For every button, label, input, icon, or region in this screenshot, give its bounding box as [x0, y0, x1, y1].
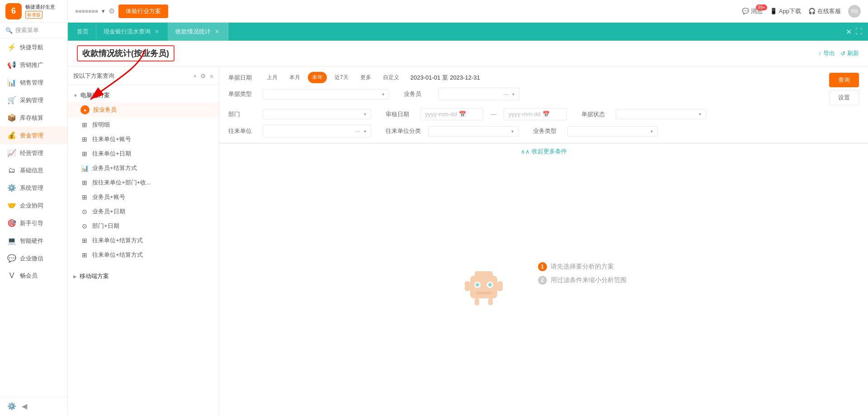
salesperson-settlement-icon: 📊 [80, 165, 89, 172]
desktop-scheme-header[interactable]: ▼ 电脑端方案 [68, 89, 219, 102]
scheme-item-salesperson-date[interactable]: ⊙ 业务员+日期 [68, 204, 219, 219]
counterpart-cat-arrow: ▾ [511, 129, 514, 134]
counterpart-date-icon: ⊞ [80, 150, 89, 157]
calendar-from-icon[interactable]: 📅 [459, 111, 466, 118]
salesperson-select[interactable]: ··· ▾ [438, 88, 519, 100]
online-service-link[interactable]: 🎧 在线客服 [808, 7, 841, 15]
maximize-window-icon[interactable]: ⛶ [855, 28, 863, 36]
sidebar-item-marketing[interactable]: 📢 营销推广 [0, 56, 67, 74]
scheme-item-counterpart-settlement2[interactable]: ⊞ 往来单位+结算方式 [68, 248, 219, 262]
sidebar-item-collab[interactable]: 🤝 企业协同 [0, 197, 67, 214]
scheme-item-dept-date[interactable]: ⊙ 部门+日期 [68, 219, 219, 233]
biz-type-select[interactable]: ▾ [567, 126, 658, 137]
service-icon: 🎧 [808, 8, 816, 14]
review-date-to[interactable]: yyyy-mm-dd 📅 [504, 108, 567, 120]
scheme-item-salesperson-settlement[interactable]: 📊 业务员+结算方式 [68, 161, 219, 175]
content-wrapper: 按以下方案查询 + ⚙ « ▼ 电脑端方案 ● 按业务员 [68, 66, 868, 415]
tab-close-bank-flow[interactable]: ✕ [153, 28, 160, 35]
tab-close-collection-stats[interactable]: ✕ [213, 28, 221, 35]
breadcrumb-dropdown[interactable]: ▾ [102, 8, 105, 14]
message-btn[interactable]: 💬 消息 99+ [742, 7, 763, 15]
scheme-item-counterpart-date[interactable]: ⊞ 往来单位+日期 [68, 146, 219, 161]
svg-point-5 [476, 283, 479, 287]
topbar-gear-icon[interactable]: ⚙ [108, 7, 115, 15]
salesperson-arrow: ▾ [512, 92, 514, 97]
search-menu[interactable]: 🔍 搜索菜单 [0, 23, 67, 38]
sidebar-item-basic[interactable]: 🗂 基础信息 [0, 162, 67, 179]
export-btn[interactable]: ↑ 导出 [819, 49, 835, 57]
settings-bottom-icon[interactable]: ⚙️ [7, 402, 16, 410]
sidebar-item-sales[interactable]: 📊 销售管理 [0, 74, 67, 91]
scheme-item-counterpart-settlement1[interactable]: ⊞ 往来单位+结算方式 [68, 233, 219, 248]
counterpart-more-icon[interactable]: ··· [355, 127, 360, 135]
topbar-left: ■■■■■■■ ▾ ⚙ 体验行业方案 [75, 5, 735, 18]
collapse-panel-icon[interactable]: « [210, 72, 213, 80]
sidebar-item-operations[interactable]: 📈 经营管理 [0, 144, 67, 162]
filter-collapse-btn[interactable]: ∧∧ 收起更多条件 [219, 143, 868, 159]
sidebar-item-finance[interactable]: 💰 资金管理 [0, 127, 67, 144]
filter-row-counterpart: 往来单位 ··· ▾ 往来单位分类 ▾ 业务类型 [228, 125, 859, 137]
doc-type-select[interactable]: ▾ [263, 89, 389, 99]
scheme-item-salesperson-account[interactable]: ⊞ 业务员+账号 [68, 190, 219, 204]
empty-robot-icon [461, 262, 511, 312]
desktop-scheme-section: ▼ 电脑端方案 ● 按业务员 ⊞ 按明细 ⊞ 往来单位+账号 [68, 85, 219, 266]
sidebar-item-system[interactable]: ⚙️ 系统管理 [0, 179, 67, 197]
desktop-scheme-label: 电脑端方案 [80, 91, 110, 99]
mobile-arrow-icon: ▶ [73, 274, 77, 279]
settings-button[interactable]: 设置 [829, 90, 859, 105]
topbar: ■■■■■■■ ▾ ⚙ 体验行业方案 💬 消息 99+ 📱 App下载 🎧 在线… [68, 0, 868, 23]
review-date-from[interactable]: yyyy-mm-dd 📅 [420, 108, 483, 120]
doctype-label: 单据类型 [228, 90, 255, 98]
user-avatar[interactable]: Rit [848, 5, 861, 18]
close-window-icon[interactable]: ✕ [846, 28, 852, 36]
sidebar-item-quicknav[interactable]: ⚡ 快捷导航 [0, 38, 67, 56]
sidebar-item-vip[interactable]: V 畅会员 [0, 267, 67, 284]
add-scheme-icon[interactable]: + [193, 72, 197, 80]
sidebar-item-wechat[interactable]: 💬 企业微信 [0, 250, 67, 267]
inventory-icon: 📦 [7, 113, 16, 122]
empty-hint-item-1: 1 请先选择要分析的方案 [538, 262, 627, 271]
scheme-settings-icon[interactable]: ⚙ [200, 72, 206, 80]
date-btn-custom[interactable]: 自定义 [379, 72, 403, 83]
tab-home[interactable]: 首页 [70, 23, 96, 41]
empty-hint-item-2: 2 用过滤条件来缩小分析范围 [538, 276, 627, 285]
by-detail-icon: ⊞ [80, 121, 89, 128]
calendar-to-icon[interactable]: 📅 [542, 111, 550, 118]
sidebar-item-guide[interactable]: 🎯 新手引导 [0, 214, 67, 232]
scheme-item-counterpart-dept-collect[interactable]: ⊞ 按往来单位+部门+收... [68, 175, 219, 190]
app-download-link[interactable]: 📱 App下载 [770, 7, 801, 15]
svg-rect-0 [470, 276, 497, 298]
mobile-scheme-header[interactable]: ▶ 移动端方案 [68, 269, 219, 283]
counterpart-category-select[interactable]: ▾ [428, 126, 519, 137]
date-btn-more[interactable]: 更多 [356, 72, 375, 83]
date-btn-last-7-days[interactable]: 近7天 [330, 72, 353, 83]
collapse-sidebar-icon[interactable]: ◀ [22, 402, 27, 410]
scheme-item-counterpart-account[interactable]: ⊞ 往来单位+账号 [68, 132, 219, 146]
mobile-scheme-section: ▶ 移动端方案 [68, 266, 219, 287]
page-actions: ↑ 导出 ↺ 刷新 [819, 49, 859, 57]
vip-icon: V [7, 272, 16, 280]
query-button[interactable]: 查询 [829, 73, 859, 87]
dept-select[interactable]: ▾ [263, 109, 371, 119]
refresh-btn[interactable]: ↺ 刷新 [840, 49, 859, 57]
counterpart-select[interactable]: ··· ▾ [263, 125, 371, 137]
salesperson-more-icon[interactable]: ··· [503, 90, 509, 98]
desktop-arrow-icon: ▼ [73, 93, 78, 98]
tab-bank-flow[interactable]: 现金银行流水查询 ✕ [96, 23, 168, 41]
counterpart-category-label: 往来单位分类 [386, 127, 421, 135]
sidebar-item-hardware[interactable]: 💻 智能硬件 [0, 232, 67, 250]
date-btn-this-month[interactable]: 本月 [285, 72, 304, 83]
doc-status-label: 单据状态 [581, 110, 609, 118]
sidebar-item-inventory[interactable]: 📦 库存核算 [0, 109, 67, 127]
sidebar-item-purchase[interactable]: 🛒 采购管理 [0, 91, 67, 109]
doc-status-select[interactable]: ▾ [616, 109, 706, 119]
sidebar-bottom: ⚙️ ◀ [0, 397, 67, 415]
doc-status-arrow: ▾ [699, 112, 701, 117]
date-btn-last-month[interactable]: 上月 [263, 72, 282, 83]
date-btn-this-year[interactable]: 本年 [308, 72, 327, 83]
scheme-item-by-salesperson[interactable]: ● 按业务员 [68, 102, 219, 118]
demo-btn[interactable]: 体验行业方案 [118, 5, 168, 18]
svg-rect-7 [476, 292, 491, 294]
scheme-item-by-detail[interactable]: ⊞ 按明细 [68, 118, 219, 132]
tab-collection-stats[interactable]: 收款情况统计 ✕ [168, 23, 228, 41]
